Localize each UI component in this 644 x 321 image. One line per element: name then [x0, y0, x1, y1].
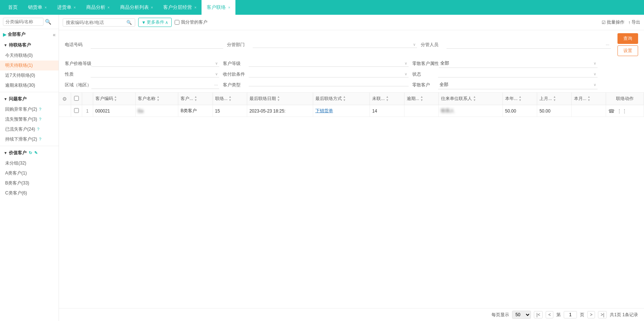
sidebar-item-7day-pending[interactable]: 近7天待联络(0) — [0, 70, 59, 80]
refresh-icon[interactable]: ↻ — [29, 151, 32, 155]
th-this-year[interactable]: 本年... ▲▼ — [503, 93, 537, 105]
customer-level-select[interactable]: ∨ — [249, 60, 408, 67]
sidebar-item-today-pending[interactable]: 今天待联络(0) — [0, 51, 59, 61]
status-label: 状态 — [412, 71, 438, 77]
contact-method-link[interactable]: 下销货单 — [315, 108, 333, 113]
nav-close-icon[interactable]: × — [108, 6, 110, 10]
toolbar: 🔍 ▼ 更多条件 ∧ 我分管的客户 ☑ 批量操作 ↑ 导出 — [59, 15, 644, 30]
customer-type-select[interactable] — [249, 84, 408, 86]
sidebar-item-a-class[interactable]: A类客户(1) — [0, 168, 59, 178]
sort-icon: ▲▼ — [114, 96, 117, 102]
th-type[interactable]: 客户... ▲▼ — [178, 93, 213, 105]
payment-select[interactable]: ∨ — [249, 71, 408, 77]
th-last-contact-date[interactable]: 最后联络日期 ▲▼ — [247, 93, 313, 105]
th-last-contact-method[interactable]: 最后联络方式 ▲▼ — [313, 93, 370, 105]
sidebar-item-churn-warning[interactable]: 流失预警客户(3) ? — [0, 114, 59, 124]
last-page-btn[interactable]: >| — [598, 311, 607, 318]
sidebar-item-declining[interactable]: 持续下滑客户(2) ? — [0, 134, 59, 144]
page-input[interactable] — [564, 311, 577, 318]
dots-icon[interactable]: ··· — [606, 42, 609, 47]
all-customers-header[interactable]: ▶ 全部客户 « — [0, 29, 59, 40]
sort-icon: ▲▼ — [588, 96, 591, 102]
chevron-icon: ∧ — [165, 20, 168, 25]
td-num: 1 — [82, 105, 93, 117]
th-overdue[interactable]: 逾期... ▲▼ — [404, 93, 438, 105]
nav-close-icon[interactable]: × — [151, 6, 153, 10]
phone-input[interactable] — [91, 41, 223, 49]
batch-ops-btn[interactable]: ☑ 批量操作 — [602, 19, 624, 25]
nature-select[interactable]: ∨ — [91, 71, 219, 77]
retail-select[interactable]: 全部 ∨ — [438, 80, 598, 89]
search-icon[interactable]: 🔍 — [126, 20, 132, 25]
chevron-down-icon: ∨ — [405, 61, 407, 65]
filter-row-3: 性质 ∨ 收付款条件 ∨ 状态 — [65, 71, 638, 77]
sidebar: 🔍 ▶ 全部客户 « ▼ 待联络客户 今天待联络(0) 明天待联络(1) 近7天… — [0, 15, 59, 321]
th-last-month[interactable]: 上月... ▲▼ — [537, 93, 571, 105]
nav-product-analysis-list[interactable]: 商品分析列表 × — [115, 0, 158, 15]
sidebar-item-churned[interactable]: 已流失客户(24) ? — [0, 124, 59, 134]
nav-close-icon[interactable]: × — [45, 6, 47, 10]
per-page-select[interactable]: 50 100 200 — [512, 311, 531, 319]
th-contacts[interactable]: 联络... ▲▼ — [213, 93, 247, 105]
sidebar-search-input[interactable] — [3, 18, 43, 26]
th-customer-code[interactable]: 客户编码 ▲▼ — [93, 93, 136, 105]
dept-select[interactable]: ∨ — [253, 41, 417, 48]
info-icon: ? — [39, 137, 41, 141]
nav-purchase-order[interactable]: 进货单 × — [52, 0, 81, 15]
sidebar-item-overdue-pending[interactable]: 逾期未联络(30) — [0, 80, 59, 90]
first-page-btn[interactable]: |< — [534, 311, 543, 318]
next-page-btn[interactable]: > — [587, 311, 595, 318]
sidebar-search-area: 🔍 — [0, 15, 59, 29]
td-no-contact: 14 — [370, 105, 404, 117]
chevron-down-icon: ∨ — [413, 42, 416, 46]
row-checkbox[interactable] — [74, 108, 79, 113]
sidebar-item-repurchase-abnormal[interactable]: 回购异常客户(2) ? — [0, 104, 59, 114]
more-icon[interactable]: ⋮⋮ — [617, 108, 627, 114]
sidebar-item-c-class[interactable]: C类客户(6) — [0, 188, 59, 198]
nav-customer-contact[interactable]: 客户联络 × — [202, 0, 235, 15]
total-label: 共1页 1条记录 — [610, 312, 638, 318]
price-level-label: 客户价格等级 — [65, 61, 91, 67]
retail-attr-select[interactable]: 全部 ∨ — [439, 59, 598, 68]
nav-close-active-icon[interactable]: × — [228, 6, 230, 10]
prev-page-btn[interactable]: < — [546, 311, 553, 318]
td-overdue — [404, 105, 438, 117]
search-input[interactable] — [66, 20, 125, 25]
all-customers-label: 全部客户 — [8, 31, 25, 38]
set-button[interactable]: 设置 — [617, 45, 638, 56]
th-customer-name[interactable]: 客户名称 ▲▼ — [136, 93, 178, 105]
nav-close-icon[interactable]: × — [194, 6, 196, 10]
sidebar-collapse-icon[interactable]: « — [53, 32, 56, 38]
dots-icon[interactable]: ··· — [214, 82, 218, 87]
nav-close-icon[interactable]: × — [74, 6, 76, 10]
sort-icon: ▲▼ — [277, 96, 280, 102]
sidebar-item-ungrouped[interactable]: 未分组(32) — [0, 158, 59, 168]
status-select[interactable]: ∨ — [438, 71, 598, 77]
select-all-checkbox[interactable] — [74, 96, 79, 101]
nav-sales-order[interactable]: 销货单 × — [23, 0, 52, 15]
edit-icon[interactable]: ✎ — [34, 151, 38, 155]
sidebar-item-tomorrow-pending[interactable]: 明天待联络(1) — [0, 61, 59, 70]
more-conditions-btn[interactable]: ▼ 更多条件 ∧ — [138, 18, 172, 27]
sidebar-item-b-class[interactable]: B类客户(33) — [0, 178, 59, 188]
price-level-select[interactable]: ∨ — [91, 60, 219, 67]
th-unit-contact[interactable]: 往来单位联系人 ▲▼ — [439, 93, 503, 105]
th-no-contact[interactable]: 未联... ▲▼ — [370, 93, 404, 105]
nav-product-analysis[interactable]: 商品分析 × — [81, 0, 115, 15]
export-btn[interactable]: ↑ 导出 — [628, 19, 640, 25]
my-customers-checkbox[interactable] — [175, 20, 179, 25]
th-this-month[interactable]: 本月... ▲▼ — [571, 93, 606, 105]
search-box: 🔍 — [63, 18, 135, 27]
nav-customer-segmentation[interactable]: 客户分层经营 × — [158, 0, 202, 15]
td-last-month: 50.00 — [537, 105, 571, 117]
gear-icon[interactable]: ⚙ — [62, 96, 67, 102]
chevron-down-icon: ∨ — [594, 61, 596, 65]
nav-home[interactable]: 首页 — [3, 0, 23, 15]
filter-retail: 零散客户 全部 ∨ — [412, 80, 598, 89]
sidebar-search-icon[interactable]: 🔍 — [45, 19, 51, 25]
query-button[interactable]: 查询 — [617, 33, 638, 44]
person-select[interactable]: ··· — [447, 41, 611, 49]
contact-icon[interactable]: ☎ — [608, 108, 615, 114]
region-select[interactable]: ··· — [91, 81, 219, 89]
td-last-contact-method: 下销货单 — [313, 105, 370, 117]
